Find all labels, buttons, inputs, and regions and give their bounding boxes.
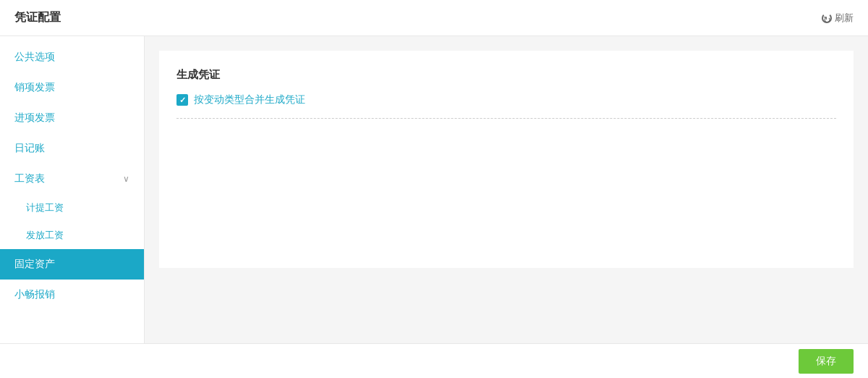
sidebar-item-payroll[interactable]: 工资表 ∨: [0, 164, 144, 194]
divider: [176, 118, 836, 119]
content-card: 生成凭证 ✓ 按变动类型合并生成凭证: [159, 51, 854, 268]
refresh-label: 刷新: [835, 12, 854, 25]
checkmark-icon: ✓: [179, 96, 186, 105]
header: 凭证配置 ↻ 刷新: [0, 0, 868, 36]
refresh-button[interactable]: ↻ 刷新: [822, 12, 854, 25]
sidebar-item-label: 公共选项: [14, 51, 55, 64]
page-wrapper: 凭证配置 ↻ 刷新 公共选项 销项发票 进项发票 日记账 工资表 ∨: [0, 0, 868, 378]
sidebar-item-fixed-assets[interactable]: 固定资产: [0, 249, 144, 280]
sidebar-item-label: 日记账: [14, 142, 45, 155]
merge-checkbox[interactable]: ✓: [176, 94, 188, 106]
sidebar-item-accrual-salary[interactable]: 计提工资: [0, 194, 144, 222]
body: 公共选项 销项发票 进项发票 日记账 工资表 ∨ 计提工资 发放工资 固定资: [0, 36, 868, 343]
sidebar-item-journal[interactable]: 日记账: [0, 133, 144, 164]
sidebar-item-expense-claim[interactable]: 小畅报销: [0, 280, 144, 310]
chevron-down-icon: ∨: [123, 174, 129, 184]
save-button[interactable]: 保存: [799, 349, 854, 374]
sidebar-sub-item-label: 计提工资: [26, 202, 64, 213]
sidebar: 公共选项 销项发票 进项发票 日记账 工资表 ∨ 计提工资 发放工资 固定资: [0, 36, 145, 343]
sidebar-item-label: 工资表: [14, 172, 45, 185]
footer: 保存: [0, 343, 868, 378]
checkbox-label[interactable]: 按变动类型合并生成凭证: [194, 93, 305, 106]
sidebar-item-distribute-salary[interactable]: 发放工资: [0, 222, 144, 249]
sidebar-item-label: 进项发票: [14, 112, 55, 125]
sidebar-sub-item-label: 发放工资: [26, 230, 64, 240]
sidebar-item-label: 小畅报销: [14, 288, 55, 301]
sidebar-item-purchase-invoice[interactable]: 进项发票: [0, 103, 144, 133]
sidebar-item-public-options[interactable]: 公共选项: [0, 42, 144, 72]
page-title: 凭证配置: [14, 10, 61, 25]
sidebar-item-sales-invoice[interactable]: 销项发票: [0, 72, 144, 103]
section-title: 生成凭证: [176, 68, 836, 82]
checkbox-row: ✓ 按变动类型合并生成凭证: [176, 93, 836, 106]
sidebar-item-label: 固定资产: [14, 258, 55, 271]
sidebar-item-label: 销项发票: [14, 81, 55, 94]
refresh-icon: ↻: [822, 13, 832, 23]
main-content: 生成凭证 ✓ 按变动类型合并生成凭证: [145, 36, 868, 343]
